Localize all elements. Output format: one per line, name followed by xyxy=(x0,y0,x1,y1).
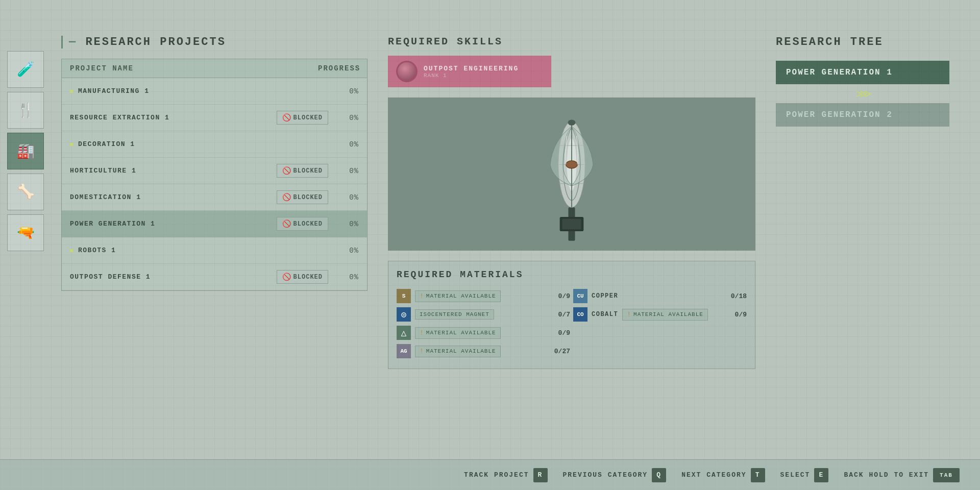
material-row: CO COBALT ! MATERIAL AVAILABLE 0/9 xyxy=(573,305,747,324)
back-action: BACK HOLD TO EXIT TAB xyxy=(844,468,960,482)
skill-icon xyxy=(396,61,418,82)
table-row[interactable]: ROBOTS 1 0% xyxy=(62,237,367,264)
sidebar: 🧪 🍴 🏭 🦴 🔫 xyxy=(0,20,51,470)
row-indicator xyxy=(70,90,73,93)
project-name: DECORATION 1 xyxy=(78,140,333,148)
materials-left-col: S ! MATERIAL AVAILABLE 0/9 ◎ ISOCENTERED… xyxy=(397,287,570,360)
material-qty: 0/9 xyxy=(558,329,570,337)
materials-right-col: CU COPPER 0/18 CO COBALT ! MATERIAL AVAI… xyxy=(573,287,747,360)
progress-value: 0% xyxy=(333,87,359,95)
blocked-badge: 🚫 BLOCKED xyxy=(277,270,328,284)
svg-rect-2 xyxy=(562,219,581,230)
material-status: ! MATERIAL AVAILABLE xyxy=(622,309,708,321)
material-qty: 0/27 xyxy=(554,348,570,355)
table-row[interactable]: DECORATION 1 0% xyxy=(62,131,367,158)
project-name: HORTICULTURE 1 xyxy=(70,167,277,175)
blocked-badge: 🚫 BLOCKED xyxy=(277,111,328,125)
material-row: ◎ ISOCENTERED MAGNET 0/7 xyxy=(397,305,570,324)
blocked-icon: 🚫 xyxy=(282,273,291,281)
project-name: ROBOTS 1 xyxy=(78,247,333,254)
research-tree-title: RESEARCH TREE xyxy=(776,36,949,48)
project-name: RESOURCE EXTRACTION 1 xyxy=(70,114,277,121)
svg-point-11 xyxy=(566,161,577,168)
skill-rank: RANK 1 xyxy=(424,72,519,79)
title-dashes: — xyxy=(69,36,77,48)
skill-info: OUTPOST ENGINEERING RANK 1 xyxy=(424,65,519,79)
material-tag-s: S xyxy=(397,289,411,303)
table-row[interactable]: POWER GENERATION 1 🚫 BLOCKED 0% xyxy=(62,211,367,237)
blocked-icon: 🚫 xyxy=(282,219,291,228)
progress-value: 0% xyxy=(333,247,359,255)
project-name: POWER GENERATION 1 xyxy=(70,220,277,228)
material-tag-ring: ◎ xyxy=(397,307,411,322)
material-status: ! MATERIAL AVAILABLE xyxy=(415,290,501,302)
blocked-label: BLOCKED xyxy=(293,114,323,121)
sidebar-item-food[interactable]: 🍴 xyxy=(7,92,44,129)
wind-turbine-svg xyxy=(521,103,623,246)
material-tag-cu: CU xyxy=(573,289,587,303)
prev-category-label: PREVIOUS CATEGORY xyxy=(563,471,648,479)
material-row: △ ! MATERIAL AVAILABLE 0/9 xyxy=(397,324,570,342)
tree-node-inactive[interactable]: POWER GENERATION 2 xyxy=(776,103,949,127)
sidebar-item-flask[interactable]: 🧪 xyxy=(7,51,44,88)
materials-grid: S ! MATERIAL AVAILABLE 0/9 ◎ ISOCENTERED… xyxy=(397,287,747,360)
prev-category-action: PREVIOUS CATEGORY Q xyxy=(563,468,667,482)
skill-badge: OUTPOST ENGINEERING RANK 1 xyxy=(388,56,551,87)
select-action: SELECT E xyxy=(780,468,829,482)
progress-value: 0% xyxy=(333,140,359,149)
key-r: R xyxy=(533,468,548,482)
middle-panel: REQUIRED SKILLS OUTPOST ENGINEERING RANK… xyxy=(378,20,766,470)
select-label: SELECT xyxy=(780,471,811,479)
tree-node-active[interactable]: POWER GENERATION 1 xyxy=(776,61,949,84)
warn-icon: ! xyxy=(420,348,424,355)
next-category-action: NEXT CATEGORY T xyxy=(681,468,765,482)
progress-value: 0% xyxy=(333,193,359,202)
warn-icon: ! xyxy=(627,311,631,318)
blocked-icon: 🚫 xyxy=(282,166,291,175)
track-project-label: TRACK PROJECT xyxy=(464,471,529,479)
key-t: T xyxy=(751,468,765,482)
sidebar-item-outpost[interactable]: 🏭 xyxy=(7,133,44,169)
sidebar-item-biology[interactable]: 🦴 xyxy=(7,174,44,210)
material-qty: 0/9 xyxy=(735,311,747,318)
blocked-badge: 🚫 BLOCKED xyxy=(277,217,328,231)
table-row[interactable]: MANUFACTURING 1 0% xyxy=(62,78,367,105)
table-row[interactable]: RESOURCE EXTRACTION 1 🚫 BLOCKED 0% xyxy=(62,105,367,131)
col-progress-header: PROGRESS xyxy=(318,64,359,72)
blocked-icon: 🚫 xyxy=(282,193,291,202)
tree-arrow: ⋙ xyxy=(776,87,949,101)
key-tab: TAB xyxy=(933,468,960,482)
skills-title: REQUIRED SKILLS xyxy=(388,36,755,47)
research-projects-panel: — RESEARCH PROJECTS PROJECT NAME PROGRES… xyxy=(51,20,378,470)
blocked-label: BLOCKED xyxy=(293,194,323,201)
materials-title: REQUIRED MATERIALS xyxy=(397,270,747,280)
bottom-bar: TRACK PROJECT R PREVIOUS CATEGORY Q NEXT… xyxy=(0,459,980,490)
research-tree-panel: RESEARCH TREE POWER GENERATION 1 ⋙ POWER… xyxy=(766,20,960,470)
table-row[interactable]: HORTICULTURE 1 🚫 BLOCKED 0% xyxy=(62,158,367,184)
blocked-icon: 🚫 xyxy=(282,113,291,122)
table-header: PROJECT NAME PROGRESS xyxy=(62,59,367,78)
project-name: OUTPOST DEFENSE 1 xyxy=(70,273,277,281)
track-project-action: TRACK PROJECT R xyxy=(464,468,547,482)
blocked-badge: 🚫 BLOCKED xyxy=(277,190,328,204)
table-row[interactable]: DOMESTICATION 1 🚫 BLOCKED 0% xyxy=(62,184,367,211)
materials-section: REQUIRED MATERIALS S ! MATERIAL AVAILABL… xyxy=(388,261,755,369)
material-status: ! MATERIAL AVAILABLE xyxy=(415,346,501,357)
research-projects-title: — RESEARCH PROJECTS xyxy=(61,36,368,48)
blocked-label: BLOCKED xyxy=(293,274,323,281)
project-name: DOMESTICATION 1 xyxy=(70,193,277,201)
sidebar-item-weapons[interactable]: 🔫 xyxy=(7,214,44,251)
material-qty: 0/9 xyxy=(558,292,570,300)
project-name: MANUFACTURING 1 xyxy=(78,87,333,95)
progress-value: 0% xyxy=(333,167,359,175)
table-row[interactable]: OUTPOST DEFENSE 1 🚫 BLOCKED 0% xyxy=(62,264,367,290)
material-tag-triangle: △ xyxy=(397,326,411,340)
blocked-label: BLOCKED xyxy=(293,167,323,175)
material-row: AG ! MATERIAL AVAILABLE 0/27 xyxy=(397,342,570,360)
material-tag-ag: AG xyxy=(397,344,411,358)
row-indicator xyxy=(70,143,73,146)
material-row: CU COPPER 0/18 xyxy=(573,287,747,305)
back-label: BACK HOLD TO EXIT xyxy=(844,471,929,479)
projects-table: PROJECT NAME PROGRESS MANUFACTURING 1 0%… xyxy=(61,59,368,291)
key-e: E xyxy=(814,468,828,482)
